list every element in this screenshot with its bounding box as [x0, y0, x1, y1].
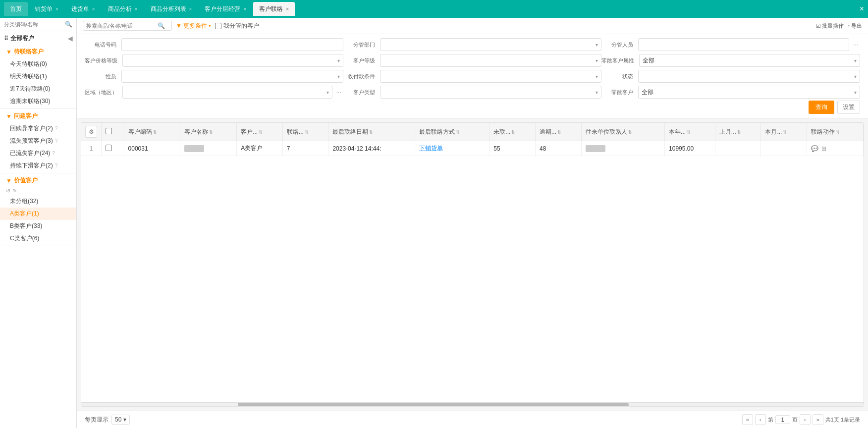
sort-icon[interactable]: ⇅: [511, 130, 515, 135]
refresh-icon[interactable]: ↺: [6, 188, 10, 194]
sort-icon[interactable]: ⇅: [783, 130, 787, 135]
sidebar-search-icon[interactable]: 🔍: [65, 21, 72, 28]
page-size-arrow: ▾: [123, 416, 126, 423]
sort-icon[interactable]: ⇅: [153, 130, 157, 135]
all-customers-header[interactable]: ⠿ 全部客户 ◀: [0, 31, 76, 46]
row-checkbox[interactable]: [106, 145, 112, 151]
sort-icon[interactable]: ⇅: [737, 130, 741, 135]
sidebar-item-churned[interactable]: 已流失客户(24)?: [0, 147, 76, 160]
nav-tab-goods-analysis[interactable]: 商品分析×: [102, 2, 144, 16]
page-number-input[interactable]: [775, 415, 790, 424]
search-input[interactable]: [86, 23, 156, 29]
filter-select-1-0[interactable]: ▾: [122, 54, 343, 67]
sort-icon[interactable]: ⇅: [687, 130, 691, 135]
nav-tab-home[interactable]: 首页: [4, 2, 28, 16]
sidebar-item-b-class[interactable]: B类客户(33): [0, 220, 76, 232]
select-all-checkbox[interactable]: [106, 128, 112, 134]
sidebar-group-problem-customers[interactable]: ▼问题客户: [0, 110, 76, 122]
nav-tab-close[interactable]: ×: [135, 6, 138, 12]
filter-select-1-1[interactable]: ▾: [380, 54, 602, 67]
col-header-overdue: 逾期...⇅: [535, 123, 581, 141]
sidebar-item-churn-warning[interactable]: 流失预警客户(3)?: [0, 135, 76, 147]
batch-op-btn[interactable]: ☑ 批量操作: [816, 22, 844, 30]
filter-select-3-0[interactable]: ▾: [122, 86, 332, 99]
sidebar-item-repurchase-abnormal[interactable]: 回购异常客户(2)?: [0, 122, 76, 135]
sidebar-item-c-class[interactable]: C类客户(6): [0, 232, 76, 245]
sidebar-item-today-pending[interactable]: 今天待联络(0): [0, 58, 76, 70]
nav-tab-sales[interactable]: 销货单×: [29, 2, 64, 16]
sort-icon[interactable]: ⇅: [628, 130, 632, 135]
scroll-thumb[interactable]: [238, 403, 629, 407]
sort-icon[interactable]: ⇅: [209, 130, 213, 135]
filter-select-2-1[interactable]: ▾: [380, 70, 602, 83]
filter-select-3-1[interactable]: ▾: [380, 86, 602, 99]
sort-icon[interactable]: ⇅: [369, 130, 373, 135]
sidebar-item-week-pending[interactable]: 近7天待联络(0): [0, 83, 76, 95]
more-filters-btn[interactable]: ▼ 更多条件 ▾: [176, 22, 211, 30]
nav-tab-customer-tier[interactable]: 客户分层经营×: [199, 2, 252, 16]
horizontal-scrollbar[interactable]: [81, 402, 864, 406]
next-page-btn[interactable]: ›: [800, 414, 811, 425]
filter-dots-icon[interactable]: ···: [334, 89, 343, 96]
filter-select-1-2[interactable]: 全部▾: [639, 54, 860, 67]
chat-icon[interactable]: 💬: [811, 145, 818, 152]
row-last-month: [715, 141, 761, 156]
table-scroll-area[interactable]: ⚙客户编码⇅客户名称⇅客户...⇅联络...⇅最后联络日期⇅最后联络方式⇅未联.…: [81, 123, 864, 402]
my-customers-checkbox[interactable]: [215, 23, 221, 29]
col-header-unitContact: 往来单位联系人⇅: [581, 123, 664, 141]
edit-icon[interactable]: ✎: [12, 188, 17, 194]
filter-select-0-1[interactable]: ▾: [380, 38, 602, 51]
sort-icon[interactable]: ⇅: [259, 130, 263, 135]
sort-icon[interactable]: ⇅: [557, 130, 561, 135]
nav-tab-label: 首页: [10, 5, 22, 13]
nav-tab-label: 销货单: [35, 5, 53, 13]
filter-label: 收付款条件: [343, 73, 378, 80]
sidebar-collapse-icon[interactable]: ◀: [68, 35, 72, 42]
nav-tab-close[interactable]: ×: [243, 6, 246, 12]
filter-select-2-2[interactable]: ▾: [638, 70, 860, 83]
nav-tab-close[interactable]: ×: [55, 6, 58, 12]
my-customers-filter[interactable]: 我分管的客户: [215, 22, 259, 30]
sort-icon[interactable]: ⇅: [305, 130, 309, 135]
sort-icon[interactable]: ⇅: [836, 130, 840, 135]
select-arrow: ▾: [854, 74, 857, 79]
sidebar-item-declining[interactable]: 持续下滑客户(2)?: [0, 160, 76, 172]
settings-button[interactable]: 设置: [837, 101, 860, 114]
search-icon[interactable]: 🔍: [158, 22, 165, 29]
table-settings-icon[interactable]: ⚙: [85, 126, 97, 138]
select-arrow: ▾: [854, 58, 857, 63]
nav-tab-purchase[interactable]: 进货单×: [65, 2, 101, 16]
row-this-month: [761, 141, 807, 156]
grid-icon[interactable]: ⊞: [821, 145, 826, 152]
sidebar-item-tomorrow-pending[interactable]: 明天待联络(1): [0, 70, 76, 83]
sidebar-item-overdue[interactable]: 逾期未联络(30): [0, 95, 76, 107]
sidebar-group-pending-contact[interactable]: ▼待联络客户: [0, 46, 76, 58]
nav-tab-close[interactable]: ×: [92, 6, 95, 12]
sidebar-search-input[interactable]: [4, 21, 63, 27]
prev-page-btn[interactable]: ‹: [755, 414, 766, 425]
sidebar-group-value-customers[interactable]: ▼价值客户: [0, 174, 76, 187]
page-size-dropdown[interactable]: 50 ▾: [111, 415, 130, 425]
sidebar-search-wrap: 🔍: [0, 18, 76, 31]
nav-tab-close[interactable]: ×: [189, 6, 192, 12]
nav-tab-close[interactable]: ×: [286, 6, 289, 12]
close-all-tabs[interactable]: ×: [860, 4, 864, 13]
filter-input-0-2[interactable]: [638, 38, 849, 51]
nav-tab-goods-analysis-list[interactable]: 商品分析列表×: [145, 2, 198, 16]
nav-tab-customer-contact[interactable]: 客户联络×: [253, 2, 295, 16]
filter-dots-icon[interactable]: ···: [851, 41, 860, 48]
query-button[interactable]: 查询: [809, 101, 834, 114]
sort-icon[interactable]: ⇅: [456, 130, 460, 135]
filter-select-2-0[interactable]: ▾: [121, 70, 343, 83]
last-page-btn[interactable]: »: [813, 414, 823, 425]
sidebar-item-a-class[interactable]: A类客户(1): [0, 208, 76, 220]
filter-select-3-2[interactable]: 全部▾: [638, 86, 860, 99]
table-header: ⚙客户编码⇅客户名称⇅客户...⇅联络...⇅最后联络日期⇅最后联络方式⇅未联.…: [81, 123, 864, 141]
contact-method-link[interactable]: 下销货单: [419, 145, 443, 152]
first-page-btn[interactable]: «: [742, 414, 753, 425]
sidebar-item-ungrouped[interactable]: 未分组(32): [0, 195, 76, 208]
filter-input-0-0[interactable]: [121, 38, 343, 51]
export-btn[interactable]: ↑ 导出: [848, 22, 863, 30]
row-unit-contact: RE .: [581, 141, 664, 156]
col-header-customerName: 客户名称⇅: [180, 123, 237, 141]
